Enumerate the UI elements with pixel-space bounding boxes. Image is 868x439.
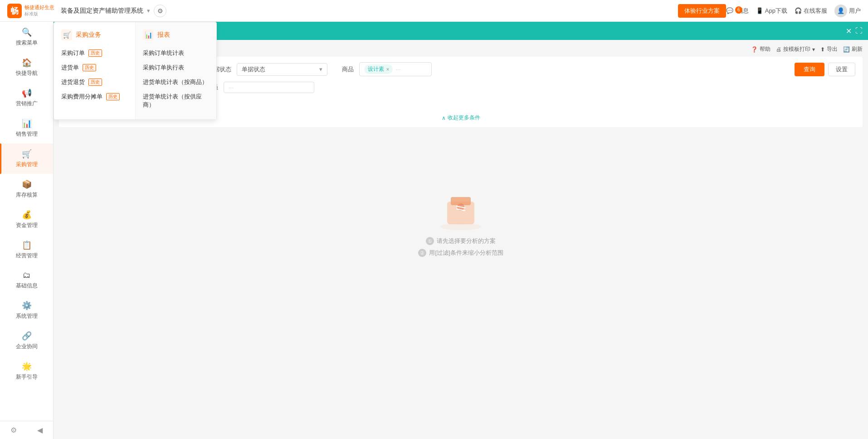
- sidebar-item-system[interactable]: ⚙️ 系统管理: [0, 295, 53, 326]
- sidebar-item-quick-nav[interactable]: 🏠 快捷导航: [0, 52, 53, 83]
- print-icon: 🖨: [776, 46, 781, 53]
- system-icon: ⚙️: [22, 301, 32, 311]
- empty-state: ① 请先选择要分析的方案 ② 用[过滤]条件来缩小分析范围: [59, 132, 863, 313]
- sidebar-item-purchase[interactable]: 🛒 采购管理: [0, 143, 53, 174]
- menu-item-stockin-stats-goods[interactable]: 进货单统计表（按商品）: [143, 75, 209, 89]
- goods-tag: 设计素 ×: [364, 64, 393, 74]
- tab-close-all-icon[interactable]: ✕: [846, 27, 852, 35]
- logo-text: 畅捷通好生意: [24, 4, 54, 10]
- sidebar-label-system: 系统管理: [16, 312, 38, 320]
- stockin-stats-supplier-label: 进货单统计表（按供应商）: [143, 93, 209, 109]
- refresh-btn[interactable]: 🔄 刷新: [843, 45, 863, 53]
- user-label: 用户: [849, 7, 861, 15]
- message-btn[interactable]: 💬 6 消息: [726, 7, 749, 15]
- export-btn[interactable]: ⬆ 导出: [820, 45, 838, 53]
- app-download-btn[interactable]: 📱 App下载: [756, 7, 787, 15]
- sidebar-label-quick-nav: 快捷导航: [16, 69, 38, 77]
- sidebar-label-marketing: 营销推广: [16, 100, 38, 108]
- collapse-label: 收起更多条件: [448, 114, 480, 122]
- search-icon: 🔍: [22, 27, 32, 37]
- stock-return-label: 进货退货: [61, 78, 85, 86]
- capital-icon: 💰: [22, 210, 32, 220]
- logo-icon: 畅: [7, 4, 22, 18]
- title-dropdown-arrow[interactable]: ▾: [147, 7, 150, 14]
- menu-item-stock-in[interactable]: 进货单 历史: [61, 60, 128, 75]
- app-download-label: App下载: [765, 7, 787, 15]
- headset-icon: 🎧: [795, 7, 802, 14]
- online-service-btn[interactable]: 🎧 在线客服: [795, 7, 827, 15]
- step1-text: 请先选择要分析的方案: [437, 237, 496, 245]
- menu-item-purchase-order-exec[interactable]: 采购订单执行表: [143, 60, 209, 75]
- menu-item-stock-return[interactable]: 进货退货 历史: [61, 75, 128, 89]
- goods-label: 商品: [342, 66, 354, 73]
- settings-bottom-icon[interactable]: ⚙: [10, 426, 17, 434]
- menu-item-purchase-expense[interactable]: 采购费用分摊单 历史: [61, 89, 128, 104]
- sidebar-item-sales[interactable]: 📊 销售管理: [0, 113, 53, 143]
- empty-illustration: [434, 188, 488, 233]
- purchase-section-title: 采购业务: [76, 31, 101, 39]
- stock-return-badge: 历史: [88, 79, 102, 86]
- purchase-expense-badge: 历史: [106, 93, 120, 100]
- sidebar-item-inventory[interactable]: 📦 库存核算: [0, 174, 53, 204]
- empty-step-1: ① 请先选择要分析的方案: [426, 237, 496, 245]
- print-template-btn[interactable]: 🖨 按模板打印 ▾: [776, 45, 815, 53]
- basic-icon: 🗂: [23, 271, 31, 280]
- sales-icon: 📊: [22, 118, 32, 128]
- menu-section-reports: 📊 报表 采购订单统计表 采购订单执行表 进货单统计表（按商品） 进货单统计表（…: [135, 22, 216, 119]
- sidebar-item-search[interactable]: 🔍 搜索菜单: [0, 22, 53, 52]
- reports-section-title: 报表: [157, 31, 170, 39]
- logo-badge: 标准版: [24, 11, 54, 17]
- tab-expand-icon[interactable]: ⛶: [855, 27, 863, 35]
- sidebar-item-operation[interactable]: 📋 经营管理: [0, 235, 53, 265]
- query-btn[interactable]: 查询: [795, 63, 824, 76]
- collapse-sidebar-icon[interactable]: ◀: [37, 426, 43, 434]
- help-label: 帮助: [760, 45, 770, 53]
- help-icon: ❓: [751, 46, 758, 53]
- sidebar-label-inventory: 库存核算: [16, 191, 38, 199]
- collapse-btn[interactable]: ∧ 收起更多条件: [442, 114, 480, 122]
- salesperson-input[interactable]: ···: [224, 82, 314, 93]
- menu-item-stockin-stats-supplier[interactable]: 进货单统计表（按供应商）: [143, 89, 209, 112]
- goods-input[interactable]: 设计素 × ···: [359, 62, 432, 76]
- online-service-label: 在线客服: [804, 7, 827, 15]
- menu-grid: 🛒 采购业务 采购订单 历史 进货单 历史 进货退货 历史 采购费用分摊单 历史: [54, 22, 216, 119]
- top-bar: 畅 畅捷通好生意 标准版 装备及固定资产辅助管理系统 ▾ ⚙ 体验行业方案 💬 …: [0, 0, 868, 22]
- industry-btn[interactable]: 体验行业方案: [678, 4, 726, 18]
- stock-in-label: 进货单: [61, 64, 79, 72]
- menu-item-purchase-order[interactable]: 采购订单 历史: [61, 46, 128, 60]
- purchase-order-exec-label: 采购订单执行表: [143, 64, 184, 72]
- settings-icon[interactable]: ⚙: [154, 5, 166, 17]
- doc-status-input[interactable]: 单据状态 ▾: [237, 63, 327, 76]
- sidebar-item-basic[interactable]: 🗂 基础信息: [0, 265, 53, 295]
- print-arrow-icon: ▾: [812, 46, 815, 53]
- help-btn[interactable]: ❓ 帮助: [751, 45, 770, 53]
- print-label: 按模板打印: [783, 45, 810, 53]
- sidebar-item-enterprise[interactable]: 🔗 企业协同: [0, 326, 53, 356]
- purchase-menu-icon: 🛒: [61, 30, 72, 40]
- phone-icon: 📱: [756, 7, 763, 14]
- menu-item-purchase-order-stats[interactable]: 采购订单统计表: [143, 46, 209, 60]
- setting-btn[interactable]: 设置: [828, 63, 855, 76]
- system-name: 装备及固定资产辅助管理系统: [61, 7, 143, 15]
- home-icon: 🏠: [22, 58, 32, 68]
- export-label: 导出: [827, 45, 838, 53]
- step1-num: ①: [426, 237, 434, 245]
- user-btn[interactable]: 👤 用户: [834, 5, 861, 17]
- salesperson-placeholder: ···: [229, 84, 309, 91]
- sidebar-item-newbie[interactable]: 🌟 新手引导: [0, 356, 53, 386]
- sidebar-label-purchase: 采购管理: [16, 161, 38, 168]
- purchase-dropdown-menu: 🛒 采购业务 采购订单 历史 进货单 历史 进货退货 历史 采购费用分摊单 历史: [54, 22, 217, 120]
- menu-section-purchase: 🛒 采购业务 采购订单 历史 进货单 历史 进货退货 历史 采购费用分摊单 历史: [54, 22, 135, 119]
- sidebar-item-marketing[interactable]: 📢 营销推广: [0, 83, 53, 113]
- purchase-order-badge: 历史: [88, 49, 102, 57]
- tag-close-icon[interactable]: ×: [386, 66, 389, 73]
- goods-container: 商品: [342, 65, 354, 74]
- tag-text: 设计素: [368, 65, 384, 73]
- message-badge: 6: [735, 6, 742, 14]
- sidebar-label-operation: 经营管理: [16, 252, 38, 260]
- sidebar-label-capital: 资金管理: [16, 222, 38, 229]
- menu-header-reports: 📊 报表: [143, 30, 209, 40]
- sidebar-item-capital[interactable]: 💰 资金管理: [0, 204, 53, 235]
- refresh-icon: 🔄: [843, 46, 850, 53]
- sidebar-bottom: ⚙ ◀: [0, 421, 53, 439]
